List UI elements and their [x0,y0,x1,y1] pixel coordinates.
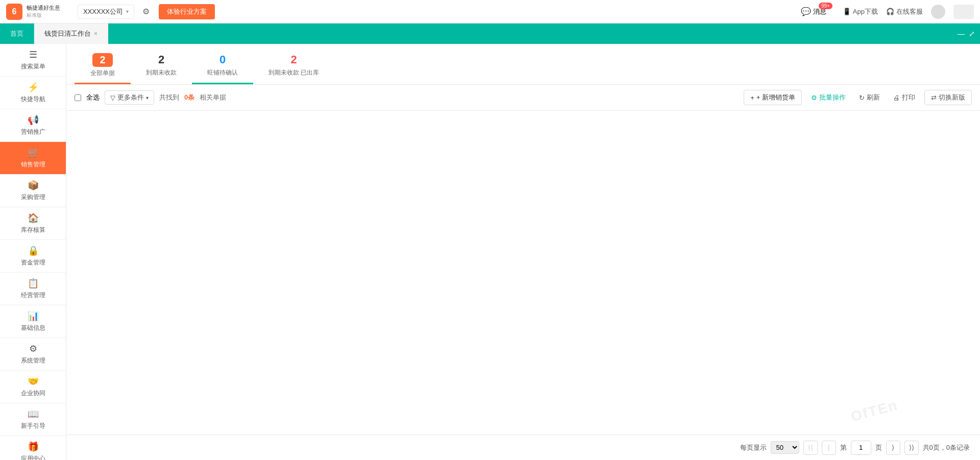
top-right-actions: 💬 消息 99+ 📱 App下载 🎧 在线客服 [801,5,974,19]
stat-label-pending: 旺铺待确认 [207,68,238,77]
sidebar: ☰ 搜索菜单 ⚡ 快捷导航 📢 营销推广 🛒 销售管理 📦 采购管理 🏠 库存核… [0,44,66,460]
stat-label-all: 全部单据 [90,69,115,78]
message-icon: 💬 [801,7,811,16]
message-button[interactable]: 💬 消息 99+ [801,7,826,16]
company-selector[interactable]: XXXXXX公司 ▾ [78,5,134,19]
found-count: 0条 [184,93,194,102]
sidebar-item-purchase[interactable]: 📦 采购管理 [0,175,66,207]
pagination-bar: 每页显示 50 100 200 ⟨⟨ ⟨ 第 1 页 ⟩ ⟩⟩ 共0页，0条记录 [66,434,980,460]
tab-home[interactable]: 首页 [0,23,34,44]
sidebar-item-appcenter[interactable]: 🎁 应用中心 [0,436,66,460]
sales-icon: 🛒 [28,147,39,158]
batch-label: 批量操作 [819,93,846,102]
tab-expand-icon[interactable]: ⤢ [969,30,975,38]
quicknav-icon: ⚡ [28,82,39,93]
marketing-icon: 📢 [28,114,39,126]
online-service-button[interactable]: 🎧 在线客服 [886,7,923,16]
app-logo-icon: 6 [6,4,22,20]
tab-home-label: 首页 [10,29,23,38]
sidebar-item-cooperation[interactable]: 🤝 企业协同 [0,371,66,403]
batch-icon: ⚙ [811,94,817,102]
sidebar-item-sales[interactable]: 🛒 销售管理 [0,142,66,175]
stat-label-shipped: 到期未收款 已出库 [268,68,319,77]
stats-tabs: 2 全部单据 2 到期未收款 0 旺铺待确认 2 到期未收款 已出库 [66,44,980,85]
table-area [66,111,980,434]
toolbar-left: 全选 ▽ 更多条件 ▾ 共找到 0条 相关单据 [75,90,738,105]
tab-active[interactable]: 钱货日清工作台 × [34,23,108,44]
user-avatar[interactable] [931,5,945,19]
sidebar-item-basicinfo[interactable]: 📊 基础信息 [0,305,66,338]
stat-num-overdue: 2 [158,53,164,66]
found-suffix: 相关单据 [200,93,226,102]
logo-area: 6 畅捷通好生意 标准版 [6,4,72,20]
batch-operation-button[interactable]: ⚙ 批量操作 [807,91,850,104]
sidebar-item-marketing[interactable]: 📢 营销推广 [0,109,66,142]
stat-tab-all[interactable]: 2 全部单据 [75,49,131,84]
filter-button[interactable]: ▽ 更多条件 ▾ [105,90,154,105]
sidebar-item-guide[interactable]: 📖 新手引导 [0,403,66,436]
prev-page-button[interactable]: ⟨ [822,441,836,455]
add-sales-order-button[interactable]: + + 新增销货单 [744,90,802,105]
tab-active-label: 钱货日清工作台 [44,29,91,38]
add-label: + 新增销货单 [756,93,795,102]
stat-num-pending: 0 [219,53,226,66]
sidebar-item-quicknav[interactable]: ⚡ 快捷导航 [0,77,66,109]
sidebar-item-operations[interactable]: 📋 经营管理 [0,273,66,305]
refresh-icon: ↻ [859,94,865,102]
app-badge: 标准版 [27,12,60,19]
toolbar: 全选 ▽ 更多条件 ▾ 共找到 0条 相关单据 + + 新增销货单 ⚙ 批量操作 [66,85,980,111]
top-bar: 6 畅捷通好生意 标准版 XXXXXX公司 ▾ ⚙ 体验行业方案 💬 消息 99… [0,0,980,23]
stat-num-all: 2 [92,53,112,67]
stat-tab-overdue[interactable]: 2 到期未收款 [131,49,192,84]
sidebar-item-cooperation-label: 企业协同 [21,389,45,398]
company-name: XXXXXX公司 [83,7,123,16]
sidebar-item-quicknav-label: 快捷导航 [21,95,45,104]
guide-icon: 📖 [28,408,39,420]
search-menu-icon: ☰ [29,49,37,60]
sidebar-item-basicinfo-label: 基础信息 [21,324,45,332]
switch-version-button[interactable]: ⇄ 切换新版 [924,90,972,105]
app-download-label: App下载 [853,7,878,16]
tab-minimize-icon[interactable]: — [958,30,965,38]
add-icon: + [750,94,754,102]
sidebar-item-settings[interactable]: ⚙ 系统管理 [0,338,66,371]
filter-label: 更多条件 [117,93,144,102]
sidebar-item-search[interactable]: ☰ 搜索菜单 [0,44,66,77]
tab-bar: 首页 钱货日清工作台 × — ⤢ [0,23,980,44]
sidebar-item-finance[interactable]: 🔒 资金管理 [0,240,66,273]
switch-label: 切换新版 [939,93,965,102]
purchase-icon: 📦 [28,180,39,191]
stat-tab-shipped[interactable]: 2 到期未收款 已出库 [253,49,334,84]
refresh-label: 刷新 [867,93,880,102]
filter-arrow-icon: ▾ [146,95,149,101]
per-page-select[interactable]: 50 100 200 [771,441,799,454]
sidebar-item-inventory-label: 库存核算 [21,226,45,234]
tab-close-icon[interactable]: × [94,30,97,37]
switch-icon: ⇄ [931,94,937,102]
sidebar-item-inventory[interactable]: 🏠 库存核算 [0,207,66,240]
page-word-2: 页 [875,443,882,452]
sidebar-item-guide-label: 新手引导 [21,422,45,430]
user-menu[interactable] [953,5,974,19]
next-page-button[interactable]: ⟩ [886,441,900,455]
last-page-button[interactable]: ⟩⟩ [904,441,919,455]
select-all-checkbox[interactable] [75,94,81,101]
print-icon: 🖨 [893,94,900,102]
refresh-button[interactable]: ↻ 刷新 [855,91,884,104]
appcenter-icon: 🎁 [28,441,39,452]
toolbar-right: + + 新增销货单 ⚙ 批量操作 ↻ 刷新 🖨 打印 ⇄ 切换新版 [744,90,972,105]
app-download-button[interactable]: 📱 App下载 [843,7,878,16]
online-service-label: 在线客服 [896,7,923,16]
message-badge: 99+ [819,3,832,9]
download-icon: 📱 [843,8,851,15]
trial-button[interactable]: 体验行业方案 [159,4,215,19]
per-page-label: 每页显示 [740,443,767,452]
settings-nav-icon: ⚙ [29,343,37,354]
stat-tab-pending[interactable]: 0 旺铺待确认 [192,49,253,84]
print-button[interactable]: 🖨 打印 [889,91,919,104]
page-number-input[interactable]: 1 [851,441,871,455]
cooperation-icon: 🤝 [28,376,39,387]
sidebar-item-finance-label: 资金管理 [21,258,45,267]
settings-button[interactable]: ⚙ [138,4,154,19]
first-page-button[interactable]: ⟨⟨ [803,441,818,455]
